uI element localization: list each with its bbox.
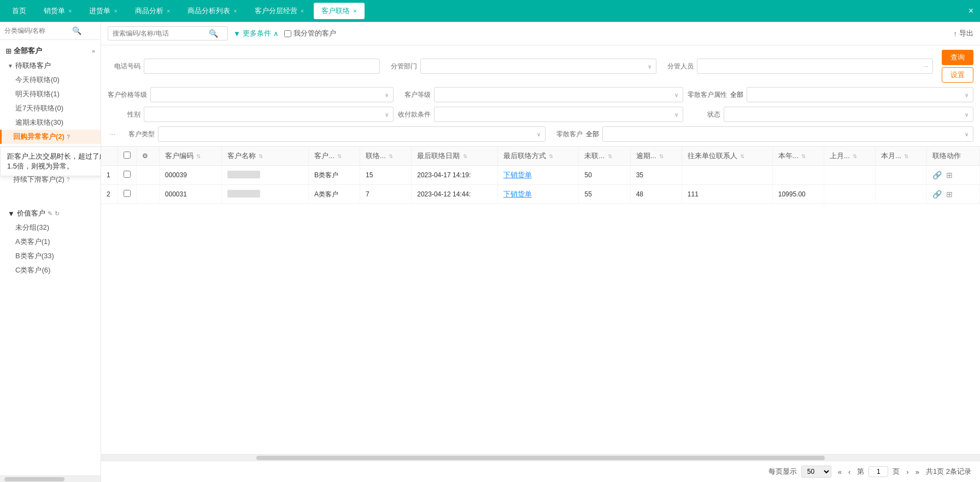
col-last-contact-method[interactable]: 最后联络方式 ⇅ (497, 147, 579, 166)
export-icon: ↑ (954, 30, 958, 38)
nav-customer-contact[interactable]: 客户联络 × (314, 3, 364, 19)
sort-name-icon: ⇅ (259, 153, 263, 159)
sidebar-class-b[interactable]: B类客户(33) (0, 249, 101, 263)
nav-close-customer-tier[interactable]: × (301, 8, 304, 14)
cell-actions-pre (136, 166, 159, 185)
nav-product-list[interactable]: 商品分析列表 × (180, 3, 244, 19)
cell-last-month (824, 166, 875, 185)
price-level-arrow-icon: ∨ (385, 92, 389, 98)
col-this-year[interactable]: 本年... ⇅ (772, 147, 824, 166)
scrollbar-thumb[interactable] (256, 456, 825, 460)
filter-dept-select[interactable]: ∨ (420, 59, 656, 74)
nav-product-analysis[interactable]: 商品分析 × (127, 3, 178, 19)
nav-close-product-analysis[interactable]: × (167, 8, 170, 14)
sidebar-search-input[interactable] (4, 27, 70, 34)
sidebar-scroll-thumb[interactable] (4, 477, 64, 481)
col-customer-code[interactable]: 客户编码 ⇅ (159, 147, 221, 166)
value-edit-icon[interactable]: ✎ (48, 210, 52, 217)
grid-icon[interactable]: ⊞ (946, 171, 953, 179)
sidebar-pending-tomorrow[interactable]: 明天待联络(1) (0, 87, 101, 101)
grid-icon[interactable]: ⊞ (946, 190, 953, 199)
filter-retail-attr-value: 全部 (730, 90, 743, 100)
sort-date-icon: ⇅ (463, 153, 467, 159)
col-customer-type[interactable]: 客户... ⇅ (308, 147, 360, 166)
filter-retail-customer-select[interactable]: ∨ (602, 126, 973, 142)
search-icon-btn[interactable]: 🔍 (209, 29, 218, 38)
sidebar-all-customers[interactable]: ⊞ 全部客户 » (0, 43, 101, 59)
filter-status-select[interactable]: ∨ (724, 107, 973, 122)
filter-btn[interactable]: ▼ 更多条件 ∧ (233, 28, 279, 38)
my-customer-checkbox-row[interactable]: 我分管的客户 (284, 28, 336, 38)
filter-customer-type-select[interactable]: ∨ (158, 126, 545, 142)
nav-close-product-list[interactable]: × (233, 8, 237, 14)
filter-retail-attr-select[interactable]: ∨ (747, 87, 973, 102)
per-page-select[interactable]: 50 20 100 (801, 466, 831, 478)
filter-retail-attr-label: 零散客户属性 (688, 90, 727, 100)
filter-price-level-select[interactable]: ∨ (150, 87, 394, 102)
nav-close-sales[interactable]: × (68, 8, 72, 14)
col-unit-contact[interactable]: 往来单位联系人 ⇅ (682, 147, 772, 166)
col-customer-name[interactable]: 客户名称 ⇅ (222, 147, 309, 166)
next-page-btn[interactable]: › (904, 467, 911, 477)
sidebar-unclassified[interactable]: 未分组(32) (0, 220, 101, 235)
col-not-contacted[interactable]: 未联... ⇅ (579, 147, 630, 166)
filter-person-select[interactable]: ··· (697, 59, 933, 74)
col-last-month[interactable]: 上月... ⇅ (824, 147, 875, 166)
top-nav-close-icon[interactable]: × (969, 6, 973, 16)
filter-gender-select[interactable]: ∨ (144, 107, 394, 122)
prev-page-btn[interactable]: ‹ (846, 467, 853, 477)
cell-last-contact-method[interactable]: 下销货单 (497, 185, 579, 204)
col-overdue[interactable]: 逾期... ⇅ (630, 147, 682, 166)
filter-phone-input[interactable] (144, 59, 380, 74)
export-btn[interactable]: ↑ 导出 (954, 28, 974, 38)
sidebar-class-a[interactable]: A类客户(1) (0, 235, 101, 249)
sidebar-repurchase-abnormal[interactable]: 回购异常客户(2) ? (0, 130, 101, 144)
sidebar-pending-today[interactable]: 今天待联络(0) (0, 73, 101, 87)
my-customer-checkbox[interactable] (284, 30, 291, 37)
sidebar-pending-7days[interactable]: 近7天待联络(0) (0, 101, 101, 115)
nav-purchase[interactable]: 进货单 × (81, 3, 125, 19)
settings-btn[interactable]: 设置 (942, 67, 973, 83)
filter-dept: 分管部门 ∨ (384, 59, 656, 74)
select-all-checkbox[interactable] (124, 152, 131, 159)
nav-sales[interactable]: 销货单 × (36, 3, 79, 19)
col-contact[interactable]: 联络... ⇅ (360, 147, 412, 166)
toolbar: 🔍 ▼ 更多条件 ∧ 我分管的客户 ↑ 导出 (101, 22, 980, 45)
filter-customer-level-select[interactable]: ∨ (434, 87, 684, 102)
sidebar-pending-contact-section[interactable]: ▼ 待联络客户 (0, 59, 101, 73)
col-this-month[interactable]: 本月... ⇅ (876, 147, 927, 166)
sidebar-overdue-contact[interactable]: 逾期未联络(30) (0, 115, 101, 130)
filter-phone: 电话号码 (108, 59, 380, 74)
page-number-input[interactable] (868, 466, 888, 477)
col-last-contact-date[interactable]: 最后联络日期 ⇅ (412, 147, 498, 166)
continuous-down-help-icon[interactable]: ? (67, 177, 70, 183)
link-icon[interactable]: 🔗 (932, 171, 942, 179)
search-input[interactable] (113, 30, 206, 37)
cell-checkbox[interactable] (118, 185, 136, 204)
filter-customer-level-label: 客户等级 (398, 90, 431, 100)
sidebar-search-icon[interactable]: 🔍 (72, 26, 81, 35)
cell-checkbox[interactable] (118, 166, 136, 185)
more-conditions-btn[interactable]: ··· (108, 130, 118, 138)
filter-retail-customer-label: 零散客户 (550, 130, 583, 139)
nav-home[interactable]: 首页 (4, 3, 34, 19)
nav-close-customer-contact[interactable]: × (353, 8, 356, 14)
nav-close-purchase[interactable]: × (114, 8, 117, 14)
retail-attr-arrow-icon: ∨ (965, 92, 969, 98)
link-icon[interactable]: 🔗 (932, 190, 942, 199)
first-page-btn[interactable]: « (836, 467, 844, 477)
page-nav: « ‹ 第 页 › » (836, 466, 922, 478)
horizontal-scrollbar[interactable] (101, 454, 980, 461)
sidebar-class-c[interactable]: C类客户(6) (0, 263, 101, 277)
filter-payment-select[interactable]: ∨ (434, 107, 684, 122)
nav-customer-tier[interactable]: 客户分层经营 × (247, 3, 312, 19)
cell-last-contact-method[interactable]: 下销货单 (497, 166, 579, 185)
repurchase-help-icon[interactable]: ? (67, 134, 70, 140)
col-settings[interactable]: ⚙ (136, 147, 159, 166)
cell-unit-contact: 111 (682, 185, 772, 204)
sidebar-collapse-btn[interactable]: » (92, 48, 95, 54)
sidebar-value-customers-section[interactable]: ▼ 价值客户 ✎ ↻ (0, 206, 101, 220)
last-page-btn[interactable]: » (913, 467, 922, 477)
value-refresh-icon[interactable]: ↻ (55, 210, 60, 217)
query-btn[interactable]: 查询 (942, 50, 973, 65)
